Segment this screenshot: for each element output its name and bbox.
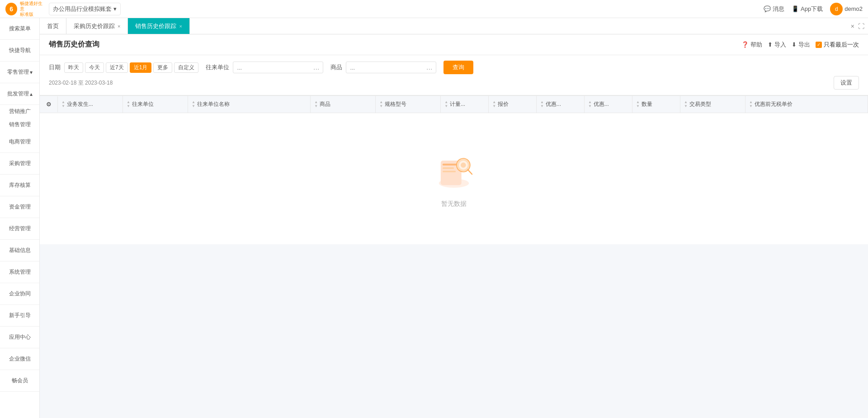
goods-input[interactable] <box>350 64 426 71</box>
sidebar-item-app-center[interactable]: 应用中心 <box>0 327 39 348</box>
page-title: 销售历史价查询 <box>49 40 99 49</box>
help-button[interactable]: ❓ 帮助 <box>741 41 762 49</box>
sidebar-item-system-mgmt[interactable]: 系统管理 <box>0 261 39 283</box>
th-partner-code[interactable]: ▲ ▼ 往来单位 <box>123 96 188 113</box>
import-icon: ⬆ <box>768 41 773 48</box>
date-btn-today[interactable]: 今天 <box>85 62 104 73</box>
th-spec[interactable]: ▲ ▼ 规格型号 <box>376 96 441 113</box>
chevron-up-icon: ▴ <box>30 91 33 97</box>
sidebar-item-guide[interactable]: 新手引导 <box>0 305 39 327</box>
sidebar: 搜索菜单 快捷导航 零售管理 ▾ 批发管理 ▴ 营销推广 销售管理 电商管理 采… <box>0 18 40 418</box>
partner-label: 往来单位 <box>206 63 229 71</box>
sidebar-item-label: 电商管理 <box>9 138 31 146</box>
sort-icon: ▲ ▼ <box>684 100 688 108</box>
date-btn-custom[interactable]: 自定义 <box>174 62 198 73</box>
user-menu[interactable]: d demo2 <box>830 3 863 15</box>
logo-icon: 6 <box>5 3 17 15</box>
tab-close-purchase[interactable]: × <box>118 24 120 29</box>
th-discount2[interactable]: ▲ ▼ 优惠... <box>585 96 632 113</box>
sidebar-item-basic-info[interactable]: 基础信息 <box>0 240 39 261</box>
partner-input-wrapper[interactable]: ... <box>233 62 323 73</box>
date-buttons: 昨天 今天 近7天 近1月 更多 自定义 <box>64 62 198 73</box>
empty-text: 暂无数据 <box>441 200 467 208</box>
th-biz-date[interactable]: ▲ ▼ 业务发生... <box>58 96 123 113</box>
sort-icon: ▲ ▼ <box>127 100 130 108</box>
svg-rect-3 <box>443 167 454 169</box>
sidebar-item-label: 应用中心 <box>9 333 31 341</box>
tab-home[interactable]: 首页 <box>40 18 66 34</box>
tab-sales-history[interactable]: 销售历史价跟踪 × <box>128 18 189 34</box>
th-unit[interactable]: ▲ ▼ 计量... <box>441 96 489 113</box>
sidebar-item-label: 采购管理 <box>9 160 31 167</box>
partner-search-dots[interactable]: ... <box>313 63 319 71</box>
date-btn-7days[interactable]: 近7天 <box>106 62 128 73</box>
th-partner-name[interactable]: ▲ ▼ 往来单位名称 <box>188 96 311 113</box>
industry-selector[interactable]: 办公用品行业模拟账套 ▾ <box>49 3 121 15</box>
sidebar-item-marketing[interactable]: 营销推广 <box>0 105 39 118</box>
logo-text: 畅捷通好生意 标准版 <box>20 1 45 17</box>
th-gear[interactable]: ⚙ <box>40 96 58 112</box>
sidebar-item-quick-nav[interactable]: 快捷导航 <box>0 40 39 62</box>
sidebar-item-ecommerce-mgmt[interactable]: 电商管理 <box>0 131 39 153</box>
main-layout: 搜索菜单 快捷导航 零售管理 ▾ 批发管理 ▴ 营销推广 销售管理 电商管理 采… <box>0 18 868 418</box>
sidebar-item-label: 快捷导航 <box>9 47 31 54</box>
message-button[interactable]: 💬 消息 <box>764 5 784 13</box>
sidebar-item-label: 经营管理 <box>9 225 31 233</box>
date-btn-more[interactable]: 更多 <box>153 62 172 73</box>
sort-icon: ▲ ▼ <box>444 100 448 108</box>
page-header: 销售历史价查询 ❓ 帮助 ⬆ 导入 ⬇ 导出 ✓ <box>40 34 868 55</box>
maximize-button[interactable]: ⛶ <box>858 23 864 30</box>
sidebar-item-search-menu[interactable]: 搜索菜单 <box>0 18 39 40</box>
goods-search-dots[interactable]: ... <box>426 63 432 71</box>
date-btn-yesterday[interactable]: 昨天 <box>64 62 83 73</box>
only-last-checkbox[interactable]: ✓ 只看最后一次 <box>816 41 859 49</box>
sort-icon: ▲ ▼ <box>61 100 65 108</box>
top-actions: 💬 消息 📱 App下载 d demo2 <box>764 3 863 15</box>
th-discount1[interactable]: ▲ ▼ 优惠... <box>537 96 585 113</box>
goods-input-wrapper[interactable]: ... <box>346 62 436 73</box>
sidebar-item-sales-mgmt[interactable]: 销售管理 <box>0 118 39 131</box>
th-trade-type[interactable]: ▲ ▼ 交易类型 <box>680 96 745 113</box>
th-quote[interactable]: ▲ ▼ 报价 <box>489 96 537 113</box>
sidebar-item-inventory[interactable]: 库存核算 <box>0 175 39 196</box>
sidebar-item-label: 系统管理 <box>9 268 31 276</box>
sidebar-item-ops-mgmt[interactable]: 经营管理 <box>0 218 39 240</box>
sort-up-icon: ▲ <box>61 100 65 104</box>
th-no-tax-price[interactable]: ▲ ▼ 优惠前无税单价 <box>745 96 868 113</box>
sort-icon: ▲ ▼ <box>588 100 592 108</box>
date-range: 2023-02-18 至 2023-03-18 <box>49 79 113 87</box>
tab-purchase-history[interactable]: 采购历史价跟踪 × <box>66 18 128 34</box>
sidebar-item-label: 搜索菜单 <box>9 25 31 33</box>
import-button[interactable]: ⬆ 导入 <box>768 41 786 49</box>
th-goods[interactable]: ▲ ▼ 商品 <box>311 96 376 113</box>
sidebar-item-purchase-mgmt[interactable]: 采购管理 <box>0 153 39 175</box>
sidebar-item-enterprise[interactable]: 企业协同 <box>0 283 39 305</box>
sidebar-item-retail-mgmt[interactable]: 零售管理 ▾ <box>0 62 39 83</box>
sort-down-icon: ▼ <box>61 104 65 108</box>
date-btn-1month[interactable]: 近1月 <box>130 62 152 73</box>
chevron-down-icon: ▾ <box>30 69 33 76</box>
sidebar-item-wholesale-mgmt[interactable]: 批发管理 ▴ <box>0 83 39 105</box>
query-button[interactable]: 查询 <box>443 61 473 74</box>
checkbox-icon: ✓ <box>816 42 822 48</box>
export-button[interactable]: ⬇ 导出 <box>792 41 810 49</box>
sidebar-item-label: 新手引导 <box>9 312 31 319</box>
sidebar-item-finance-mgmt[interactable]: 资金管理 <box>0 196 39 218</box>
close-window-button[interactable]: × <box>851 23 854 30</box>
sidebar-item-members[interactable]: 畅会员 <box>0 370 39 392</box>
sidebar-item-enterprise-wechat[interactable]: 企业微信 <box>0 348 39 370</box>
logo-area: 6 畅捷通好生意 标准版 <box>5 1 45 17</box>
sort-icon: ▲ ▼ <box>314 100 318 108</box>
partner-input[interactable] <box>237 64 313 71</box>
svg-line-7 <box>468 170 472 174</box>
goods-field: 商品 ... <box>330 62 436 73</box>
search-row: 日期 昨天 今天 近7天 近1月 更多 自定义 往来单位 <box>49 61 859 74</box>
settings-button[interactable]: 设置 <box>834 76 859 90</box>
search-panel: 日期 昨天 今天 近7天 近1月 更多 自定义 往来单位 <box>40 55 868 95</box>
sidebar-item-label: 零售管理 <box>7 68 29 76</box>
tab-close-sales[interactable]: × <box>179 24 182 29</box>
page-header-actions: ❓ 帮助 ⬆ 导入 ⬇ 导出 ✓ 只看最后一次 <box>741 41 859 49</box>
sort-icon: ▲ ▼ <box>192 100 195 108</box>
th-quantity[interactable]: ▲ ▼ 数量 <box>632 96 680 113</box>
app-download-button[interactable]: 📱 App下载 <box>792 5 823 13</box>
